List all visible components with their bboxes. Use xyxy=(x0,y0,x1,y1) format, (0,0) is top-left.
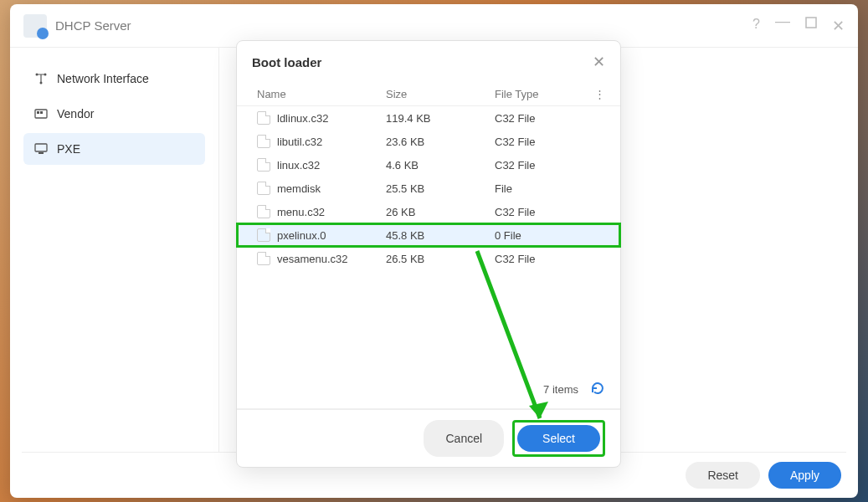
app-icon xyxy=(23,14,47,38)
file-type: File xyxy=(495,182,605,195)
file-name: menu.c32 xyxy=(277,206,325,218)
file-row[interactable]: vesamenu.c3226.5 KBC32 File xyxy=(237,247,620,270)
file-row[interactable]: ldlinux.c32119.4 KBC32 File xyxy=(237,106,620,130)
refresh-icon[interactable] xyxy=(590,381,605,398)
file-type: 0 File xyxy=(495,229,605,242)
file-icon xyxy=(257,228,270,242)
sidebar-item-label: PXE xyxy=(57,142,80,156)
close-icon[interactable]: ✕ xyxy=(832,17,845,35)
svg-rect-0 xyxy=(806,18,816,28)
svg-rect-7 xyxy=(35,144,47,151)
reset-button[interactable]: Reset xyxy=(686,462,760,489)
file-size: 26 KB xyxy=(386,206,495,218)
minimize-icon[interactable]: — xyxy=(775,17,790,35)
select-button-highlight: Select xyxy=(512,420,605,457)
file-type: C32 File xyxy=(495,159,605,172)
apply-button[interactable]: Apply xyxy=(768,462,841,489)
sidebar-item-pxe[interactable]: PXE xyxy=(23,133,205,165)
file-icon xyxy=(257,158,270,172)
file-icon xyxy=(257,205,270,218)
svg-rect-5 xyxy=(37,111,39,114)
file-type: C32 File xyxy=(495,112,605,125)
file-size: 23.6 KB xyxy=(386,136,495,148)
maximize-icon[interactable] xyxy=(805,17,817,35)
file-icon xyxy=(257,182,270,195)
boot-loader-dialog: Boot loader ✕ Name Size File Type ⋮ ldli… xyxy=(236,40,621,468)
file-row[interactable]: menu.c3226 KBC32 File xyxy=(237,200,620,223)
column-size[interactable]: Size xyxy=(386,88,495,100)
file-name: memdisk xyxy=(277,182,321,195)
dialog-title: Boot loader xyxy=(252,55,321,69)
svg-rect-6 xyxy=(40,111,43,114)
file-size: 119.4 KB xyxy=(386,112,495,125)
network-icon xyxy=(33,71,49,86)
vendor-icon xyxy=(33,106,49,121)
file-list: ldlinux.c32119.4 KBC32 Filelibutil.c3223… xyxy=(237,106,620,270)
file-name: ldlinux.c32 xyxy=(277,112,328,125)
file-size: 26.5 KB xyxy=(386,253,495,265)
file-type: C32 File xyxy=(495,136,605,148)
column-options-icon[interactable]: ⋮ xyxy=(594,88,605,100)
help-icon[interactable]: ? xyxy=(752,17,760,35)
svg-rect-8 xyxy=(39,152,44,154)
file-icon xyxy=(257,135,270,148)
file-name: libutil.c32 xyxy=(277,136,322,148)
file-row[interactable]: pxelinux.045.8 KB0 File xyxy=(237,223,620,247)
file-size: 4.6 KB xyxy=(386,159,495,172)
sidebar-item-label: Network Interface xyxy=(57,72,149,85)
sidebar-item-network-interface[interactable]: Network Interface xyxy=(23,63,205,95)
pxe-icon xyxy=(33,141,49,156)
item-count-label: 7 items xyxy=(543,383,578,396)
column-name[interactable]: Name xyxy=(252,88,386,100)
file-type: C32 File xyxy=(495,253,605,265)
window-title: DHCP Server xyxy=(55,18,131,33)
file-row[interactable]: linux.c324.6 KBC32 File xyxy=(237,153,620,177)
file-type: C32 File xyxy=(495,206,605,218)
sidebar: Network Interface Vendor PXE xyxy=(10,48,219,452)
file-row[interactable]: libutil.c3223.6 KBC32 File xyxy=(237,130,620,153)
sidebar-item-label: Vendor xyxy=(57,107,94,120)
file-size: 45.8 KB xyxy=(386,229,495,242)
file-icon xyxy=(257,252,270,265)
file-icon xyxy=(257,111,270,125)
cancel-button[interactable]: Cancel xyxy=(424,420,504,457)
file-name: pxelinux.0 xyxy=(277,229,326,242)
column-type[interactable]: File Type xyxy=(495,88,594,100)
select-button[interactable]: Select xyxy=(517,425,600,452)
file-table-header: Name Size File Type ⋮ xyxy=(237,83,620,106)
file-name: linux.c32 xyxy=(277,159,320,172)
file-name: vesamenu.c32 xyxy=(277,253,348,265)
file-size: 25.5 KB xyxy=(386,182,495,195)
sidebar-item-vendor[interactable]: Vendor xyxy=(23,98,205,130)
file-row[interactable]: memdisk25.5 KBFile xyxy=(237,177,620,200)
dialog-close-icon[interactable]: ✕ xyxy=(593,53,605,71)
